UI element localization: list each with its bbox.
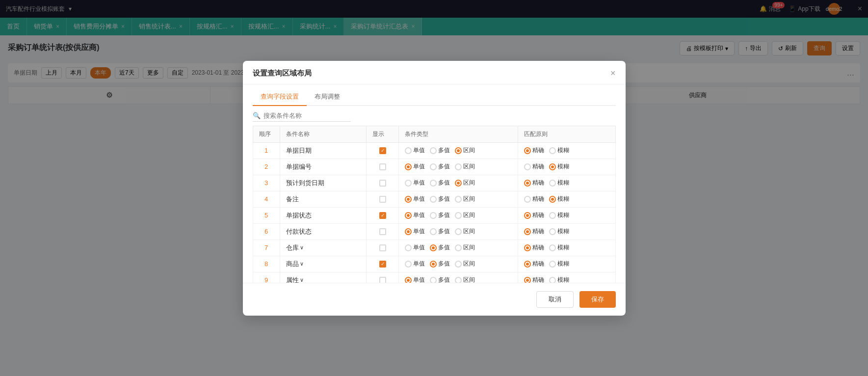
tab-layout-adjust[interactable]: 布局调整: [307, 88, 348, 106]
radio-label: 区间: [463, 162, 475, 171]
type-radio-item[interactable]: 单值: [405, 179, 425, 187]
type-radio-item[interactable]: 单值: [405, 211, 425, 219]
radio-label: 模糊: [557, 211, 569, 219]
modal-search: 🔍: [253, 106, 616, 126]
row-type: 单值多值区间: [399, 272, 518, 283]
radio-circle: [405, 277, 412, 283]
display-checkbox[interactable]: [379, 244, 386, 251]
display-checkbox[interactable]: [379, 196, 386, 203]
type-radio-item[interactable]: 单值: [405, 195, 425, 203]
type-radio-item[interactable]: 多值: [430, 162, 450, 171]
match-radio-item[interactable]: 精确: [524, 179, 544, 187]
radio-circle: [524, 228, 531, 235]
type-radio-item[interactable]: 单值: [405, 276, 425, 283]
type-radio-item[interactable]: 单值: [405, 243, 425, 252]
display-checkbox[interactable]: [379, 163, 386, 170]
row-order: 8: [253, 256, 280, 272]
match-radio-item[interactable]: 模糊: [549, 227, 569, 236]
row-name: 付款状态: [280, 223, 366, 240]
radio-circle: [455, 163, 462, 170]
tab-query-fields[interactable]: 查询字段设置: [253, 88, 307, 106]
match-radio-item[interactable]: 精确: [524, 146, 544, 155]
radio-circle: [430, 180, 437, 187]
display-checkbox[interactable]: [379, 212, 386, 219]
radio-label: 区间: [463, 146, 475, 155]
type-radio-item[interactable]: 多值: [430, 195, 450, 203]
type-radio-item[interactable]: 区间: [455, 146, 475, 155]
display-checkbox[interactable]: [379, 277, 386, 283]
match-radio-item[interactable]: 模糊: [549, 276, 569, 283]
modal-close-button[interactable]: ×: [610, 69, 616, 78]
expand-icon[interactable]: 属性 ∨: [286, 276, 304, 283]
type-radio-item[interactable]: 多值: [430, 276, 450, 283]
type-radio-item[interactable]: 区间: [455, 211, 475, 219]
match-radio-item[interactable]: 模糊: [549, 260, 569, 268]
table-row: 8商品 ∨单值多值区间精确模糊: [253, 256, 615, 272]
match-radio-item[interactable]: 模糊: [549, 211, 569, 219]
row-display: [367, 191, 399, 207]
save-button[interactable]: 保存: [579, 291, 616, 308]
display-checkbox[interactable]: [379, 261, 386, 268]
radio-label: 多值: [438, 227, 450, 236]
type-radio-item[interactable]: 多值: [430, 179, 450, 187]
match-radio-item[interactable]: 模糊: [549, 195, 569, 203]
expand-icon[interactable]: 仓库 ∨: [286, 243, 304, 252]
radio-label: 多值: [438, 179, 450, 187]
match-radio-item[interactable]: 精确: [524, 260, 544, 268]
display-checkbox[interactable]: [379, 228, 386, 235]
type-radio-item[interactable]: 区间: [455, 276, 475, 283]
type-radio-item[interactable]: 区间: [455, 195, 475, 203]
row-display: [367, 272, 399, 283]
table-row: 4备注单值多值区间精确模糊: [253, 191, 615, 207]
type-radio-item[interactable]: 区间: [455, 179, 475, 187]
match-radio-item[interactable]: 精确: [524, 243, 544, 252]
row-match: 精确模糊: [518, 223, 615, 240]
row-order: 6: [253, 223, 280, 240]
display-checkbox[interactable]: [379, 147, 386, 154]
type-radio-item[interactable]: 多值: [430, 260, 450, 268]
type-radio-item[interactable]: 单值: [405, 146, 425, 155]
type-radio-item[interactable]: 区间: [455, 162, 475, 171]
match-radio-item[interactable]: 精确: [524, 211, 544, 219]
radio-label: 精确: [532, 179, 544, 187]
type-radio-item[interactable]: 区间: [455, 260, 475, 268]
row-display: [367, 175, 399, 191]
radio-label: 模糊: [557, 260, 569, 268]
type-radio-item[interactable]: 多值: [430, 146, 450, 155]
radio-circle: [549, 244, 556, 251]
row-order: 1: [253, 142, 280, 159]
cancel-button[interactable]: 取消: [536, 291, 574, 308]
match-radio-item[interactable]: 精确: [524, 162, 544, 171]
type-radio-item[interactable]: 单值: [405, 260, 425, 268]
type-radio-item[interactable]: 多值: [430, 243, 450, 252]
type-radio-item[interactable]: 单值: [405, 162, 425, 171]
radio-circle: [405, 196, 412, 203]
type-radio-item[interactable]: 区间: [455, 243, 475, 252]
radio-circle: [455, 180, 462, 187]
match-radio-item[interactable]: 精确: [524, 276, 544, 283]
radio-circle: [524, 244, 531, 251]
type-radio-item[interactable]: 单值: [405, 227, 425, 236]
match-radio-item[interactable]: 精确: [524, 195, 544, 203]
match-radio-item[interactable]: 模糊: [549, 179, 569, 187]
row-type: 单值多值区间: [399, 223, 518, 240]
match-radio-item[interactable]: 模糊: [549, 162, 569, 171]
type-radio-item[interactable]: 区间: [455, 227, 475, 236]
radio-circle: [524, 147, 531, 154]
table-row: 5单据状态单值多值区间精确模糊: [253, 207, 615, 223]
radio-label: 模糊: [557, 243, 569, 252]
match-radio-item[interactable]: 模糊: [549, 146, 569, 155]
type-radio-item[interactable]: 多值: [430, 211, 450, 219]
match-radio-item[interactable]: 精确: [524, 227, 544, 236]
row-type: 单值多值区间: [399, 207, 518, 223]
type-radio-item[interactable]: 多值: [430, 227, 450, 236]
row-name: 单据日期: [280, 142, 366, 159]
radio-label: 模糊: [557, 162, 569, 171]
radio-circle: [455, 212, 462, 219]
radio-circle: [405, 261, 412, 268]
display-checkbox[interactable]: [379, 180, 386, 187]
search-input[interactable]: [263, 112, 342, 119]
modal-overlay[interactable]: 设置查询区域布局 × 查询字段设置 布局调整 🔍: [0, 0, 868, 330]
match-radio-item[interactable]: 模糊: [549, 243, 569, 252]
expand-icon[interactable]: 商品 ∨: [286, 260, 304, 269]
